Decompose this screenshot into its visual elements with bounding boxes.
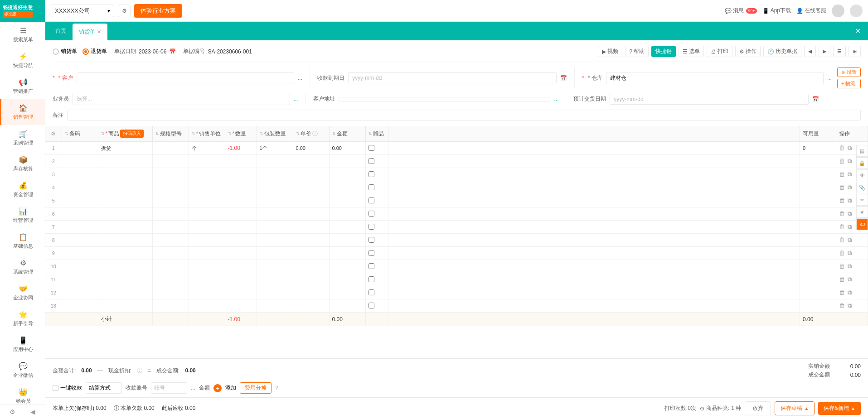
row-barcode[interactable]	[62, 155, 98, 168]
delete-icon[interactable]: 🗑	[839, 236, 845, 244]
row-price[interactable]	[293, 234, 329, 247]
row-spec[interactable]	[152, 155, 189, 168]
sidebar-item-quicknav[interactable]: ⚡快捷导航	[0, 48, 45, 73]
salesperson-input[interactable]: 选择...	[73, 93, 290, 105]
row-spec[interactable]	[152, 207, 189, 221]
row-amount[interactable]	[329, 155, 365, 168]
row-price[interactable]	[293, 299, 329, 313]
row-barcode[interactable]	[62, 299, 98, 313]
customer-more-btn[interactable]: ...	[298, 75, 302, 81]
tab-sales-order[interactable]: 销货单 ✕	[73, 24, 107, 40]
row-pkgqty[interactable]	[257, 273, 293, 286]
row-pkgqty[interactable]	[257, 155, 293, 168]
row-goods[interactable]	[98, 155, 152, 168]
copy-icon[interactable]: ⧉	[848, 289, 852, 296]
row-spec[interactable]	[152, 181, 189, 194]
row-price[interactable]	[293, 273, 329, 286]
row-amount[interactable]	[329, 273, 365, 286]
row-amount[interactable]	[329, 194, 365, 207]
row-price[interactable]	[293, 155, 329, 168]
row-barcode[interactable]	[62, 181, 98, 194]
warehouse-input[interactable]: 建材仓	[606, 72, 824, 84]
help-btn[interactable]: ? 帮助	[625, 46, 649, 57]
sidebar-item-search[interactable]: ☰搜索菜单	[0, 22, 45, 48]
settings-col-icon[interactable]: ⚙	[51, 130, 56, 137]
gear-button[interactable]: ⚙	[118, 5, 131, 17]
row-qty[interactable]	[225, 234, 257, 247]
row-qty[interactable]	[225, 273, 257, 286]
row-unit[interactable]	[189, 234, 225, 247]
copy-icon[interactable]: ⧉	[848, 223, 852, 231]
sidebar-item-newguide[interactable]: 🌟新手引导	[0, 306, 45, 332]
delete-icon[interactable]: 🗑	[839, 223, 845, 231]
row-goods[interactable]	[98, 181, 152, 194]
row-unit[interactable]	[189, 221, 225, 234]
row-pkgqty[interactable]	[257, 207, 293, 221]
video-btn[interactable]: ▶ 视频	[598, 46, 622, 57]
row-gift[interactable]	[365, 155, 388, 168]
row-gift[interactable]	[365, 221, 388, 234]
copy-icon[interactable]: ⧉	[848, 263, 852, 270]
row-qty[interactable]	[225, 207, 257, 221]
row-barcode[interactable]	[62, 142, 98, 155]
row-goods[interactable]	[98, 247, 152, 260]
copy-icon[interactable]: ⧉	[848, 302, 852, 309]
copy-icon[interactable]: ⧉	[848, 171, 852, 178]
tab-home[interactable]: 首页	[49, 23, 73, 39]
row-spec[interactable]	[152, 142, 189, 155]
warehouse-more-btn[interactable]: ...	[827, 75, 832, 81]
row-amount[interactable]	[329, 247, 365, 260]
row-pkgqty[interactable]	[257, 299, 293, 313]
row-barcode[interactable]	[62, 234, 98, 247]
discard-button[interactable]: 放弃	[745, 401, 771, 415]
row-goods[interactable]	[98, 286, 152, 299]
row-spec[interactable]	[152, 273, 189, 286]
row-goods[interactable]: 拆货	[98, 142, 152, 155]
row-price[interactable]: 0.00	[293, 142, 329, 155]
rfloat-btn-3[interactable]: 👁	[856, 169, 868, 181]
sidebar-item-wechat[interactable]: 💬企业微信	[0, 357, 45, 383]
copy-icon[interactable]: ⧉	[848, 144, 852, 152]
collapse-icon[interactable]: ◀	[30, 408, 35, 415]
sidebar-item-marketing[interactable]: 📢营销推广	[0, 73, 45, 99]
print-btn[interactable]: 🖨 打印	[707, 46, 732, 57]
row-unit[interactable]	[189, 286, 225, 299]
copy-icon[interactable]: ⧉	[848, 158, 852, 165]
row-goods[interactable]	[98, 168, 152, 181]
row-goods[interactable]	[98, 221, 152, 234]
row-pkgqty[interactable]	[257, 286, 293, 299]
row-qty[interactable]	[225, 168, 257, 181]
row-gift[interactable]	[365, 299, 388, 313]
row-gift[interactable]	[365, 168, 388, 181]
row-unit[interactable]	[189, 168, 225, 181]
row-qty[interactable]: -1.00	[225, 142, 257, 155]
row-goods[interactable]	[98, 194, 152, 207]
payment-input[interactable]: yyyy-mm-dd	[348, 72, 557, 83]
rfloat-btn-6[interactable]: ★	[856, 206, 868, 218]
app-download-button[interactable]: 📱 App下载	[762, 7, 791, 14]
row-amount[interactable]	[329, 181, 365, 194]
online-service-button[interactable]: 👤 在线客服	[796, 7, 826, 14]
row-price[interactable]	[293, 286, 329, 299]
row-barcode[interactable]	[62, 247, 98, 260]
save-draft-button[interactable]: 保存草稿 ▲	[775, 401, 815, 415]
rfloat-btn-4[interactable]: 📎	[856, 182, 868, 193]
delete-icon[interactable]: 🗑	[839, 197, 845, 204]
copy-icon[interactable]: ⧉	[848, 250, 852, 257]
rfloat-btn-1[interactable]: ▤	[856, 145, 868, 157]
delete-icon[interactable]: 🗑	[839, 250, 845, 257]
row-pkgqty[interactable]	[257, 181, 293, 194]
row-spec[interactable]	[152, 221, 189, 234]
row-amount[interactable]	[329, 221, 365, 234]
rfloat-btn-7[interactable]: 🏷	[856, 218, 868, 230]
row-barcode[interactable]	[62, 194, 98, 207]
row-price[interactable]	[293, 168, 329, 181]
row-price[interactable]	[293, 207, 329, 221]
row-goods[interactable]	[98, 234, 152, 247]
row-barcode[interactable]	[62, 260, 98, 273]
row-qty[interactable]	[225, 194, 257, 207]
salesperson-more-btn[interactable]: ...	[294, 96, 298, 102]
add-button[interactable]: +	[213, 384, 222, 392]
card-view-btn[interactable]: ⊞	[849, 46, 861, 57]
row-barcode[interactable]	[62, 207, 98, 221]
